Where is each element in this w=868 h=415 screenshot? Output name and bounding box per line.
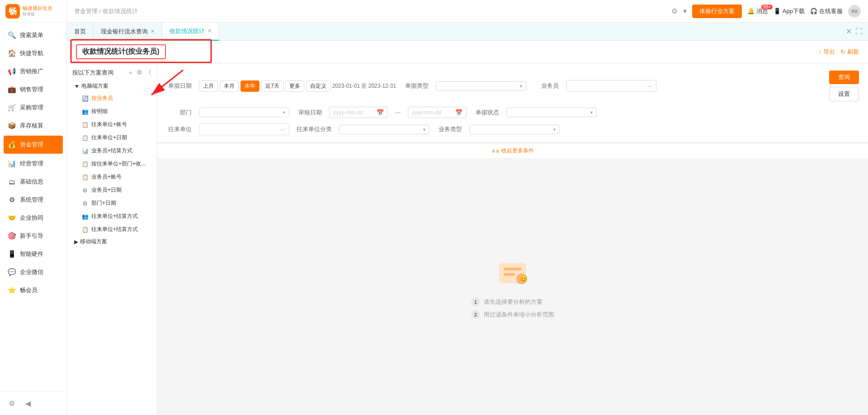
mobile-section-arrow[interactable]: ▶ xyxy=(74,239,78,245)
refresh-icon: ↻ xyxy=(840,48,845,55)
tree-item-unit-account[interactable]: 📋 往来单位+账号 xyxy=(67,118,157,131)
salesperson-account-icon: 📋 xyxy=(81,174,89,181)
sidebar-item-smart-hw[interactable]: 📱 智能硬件 xyxy=(0,245,66,263)
export-label: 导出 xyxy=(823,48,835,56)
plan-settings-icon[interactable]: ⚙ xyxy=(137,69,142,77)
content-area: 按以下方案查询 ＋ ⚙ 《 ▼ 电脑端方案 🔄 按业务员 👥 按明细 📋 xyxy=(67,63,868,415)
date-btn-last-month[interactable]: 上月 xyxy=(199,80,218,92)
app-download-button[interactable]: 📱 App下载 xyxy=(774,7,805,15)
tab-receipt-stat-close[interactable]: ✕ xyxy=(208,28,212,34)
unit-dept-recv-label: 按往来单位+部门+收... xyxy=(91,160,146,168)
salesperson-select[interactable]: ··· xyxy=(566,80,656,92)
unit-settle2-icon: 📋 xyxy=(81,226,89,233)
gear-icon[interactable]: ⚙ xyxy=(671,7,678,15)
filter-row-1: 单据日期 上月 本月 本年 近7天 更多 自定义 2023-01-01 至 20… xyxy=(166,71,859,101)
sidebar-item-basic-info[interactable]: 🗂 基础信息 xyxy=(0,173,66,191)
tree-item-unit-settle1[interactable]: 👥 往来单位+结算方式 xyxy=(67,210,157,223)
app-icon: 📱 xyxy=(774,8,781,14)
tree-item-by-detail[interactable]: 👥 按明细 xyxy=(67,105,157,118)
sidebar-item-wx[interactable]: 💬 企业微信 xyxy=(0,263,66,281)
unit-date-icon: 📋 xyxy=(81,134,89,141)
sidebar-item-member[interactable]: ⭐ 畅会员 xyxy=(0,281,66,299)
date-btn-this-year[interactable]: 本年 xyxy=(241,80,259,92)
refresh-button[interactable]: ↻ 刷新 xyxy=(840,48,859,56)
sidebar-bottom: ⚙ ◀ xyxy=(0,391,66,415)
date-btn-this-month[interactable]: 本月 xyxy=(220,80,239,92)
sidebar-settings-button[interactable]: ⚙ xyxy=(5,397,18,410)
bill-status-select[interactable]: ▾ xyxy=(506,108,597,117)
tree-item-unit-date[interactable]: 📋 往来单位+日期 xyxy=(67,131,157,144)
sidebar-item-quick-nav[interactable]: 🏠 快捷导航 xyxy=(0,44,66,62)
sidebar-collapse-button[interactable]: ◀ xyxy=(22,397,34,410)
user-avatar[interactable]: Rit xyxy=(848,5,861,18)
collapse-panel-icon[interactable]: 《 xyxy=(145,69,151,77)
empty-step-2: 2 用过滤条件来缩小分析范围 xyxy=(471,310,554,319)
sidebar-item-search[interactable]: 🔍 搜索菜单 xyxy=(0,26,66,44)
partner-dots[interactable]: ··· xyxy=(280,126,285,133)
bill-type-select[interactable]: ▾ xyxy=(436,81,526,91)
sidebar-item-system[interactable]: ⚙ 系统管理 xyxy=(0,191,66,209)
search-icon: 🔍 xyxy=(7,31,16,40)
sidebar-label-wx: 企业微信 xyxy=(20,268,43,276)
export-button[interactable]: ↑ 导出 xyxy=(819,48,835,56)
sidebar-item-purchase[interactable]: 🛒 采购管理 xyxy=(0,99,66,117)
sidebar-item-collab[interactable]: 🤝 企业协同 xyxy=(0,209,66,227)
sidebar-item-marketing[interactable]: 📢 营销推广 xyxy=(0,62,66,80)
sidebar-item-sales[interactable]: 💼 销售管理 xyxy=(0,80,66,99)
tab-home[interactable]: 首页 xyxy=(67,23,94,41)
tree-item-salesperson-date[interactable]: ⊙ 业务员+日期 xyxy=(67,184,157,197)
date-btn-more[interactable]: 更多 xyxy=(285,80,304,92)
sidebar-item-operations[interactable]: 📊 经营管理 xyxy=(0,155,66,173)
sidebar-item-guide[interactable]: 🎯 新手引导 xyxy=(0,227,66,245)
tab-receipt-stat[interactable]: 收款情况统计 ✕ xyxy=(162,23,219,41)
tree-item-unit-dept-recv[interactable]: 📋 按往来单位+部门+收... xyxy=(67,157,157,170)
review-end-date[interactable]: yyyy-mm-dd 📅 xyxy=(408,107,467,118)
add-plan-button[interactable]: ＋ xyxy=(127,69,134,77)
svg-rect-2 xyxy=(504,273,515,276)
biz-type-arrow-icon: ▾ xyxy=(553,127,556,132)
pc-section-arrow[interactable]: ▼ xyxy=(74,83,80,90)
pc-section-title: ▼ 电脑端方案 xyxy=(67,80,157,92)
tabbar: 首页 现金银行流水查询 ✕ 收款情况统计 ✕ ✕ ⛶ xyxy=(67,23,868,41)
review-start-date[interactable]: yyyy-mm-dd 📅 xyxy=(329,107,388,118)
collapse-bar[interactable]: ∧∧ 收起更多条件 xyxy=(157,143,868,158)
partner-category-select[interactable]: ▾ xyxy=(339,125,429,134)
tree-item-dept-date[interactable]: ⊙ 部门+日期 xyxy=(67,197,157,210)
query-button[interactable]: 查询 xyxy=(829,71,859,84)
settings-button[interactable]: 设置 xyxy=(829,87,859,101)
salesperson-dots[interactable]: ··· xyxy=(647,82,652,90)
left-panel: 按以下方案查询 ＋ ⚙ 《 ▼ 电脑端方案 🔄 按业务员 👥 按明细 📋 xyxy=(67,63,157,415)
sidebar-nav: 🔍 搜索菜单 🏠 快捷导航 📢 营销推广 💼 销售管理 🛒 采购管理 📦 库存核… xyxy=(0,23,66,391)
service-label: 在线客服 xyxy=(819,7,843,15)
calendar-icon-end: 📅 xyxy=(455,109,462,116)
tabbar-close-button[interactable]: ✕ xyxy=(846,27,852,36)
by-salesperson-label: 按业务员 xyxy=(91,94,113,102)
solution-button[interactable]: 体验行业方案 xyxy=(692,5,742,18)
tree-item-salesperson-settle[interactable]: 📊 业务员+结算方式 xyxy=(67,144,157,157)
dropdown-icon[interactable]: ▾ xyxy=(683,7,687,15)
tabbar-restore-button[interactable]: ⛶ xyxy=(855,28,863,36)
logo-icon: 畅 xyxy=(5,4,20,19)
empty-steps: 1 请先选择要分析的方案 2 用过滤条件来缩小分析范围 xyxy=(471,297,554,319)
date-btn-custom[interactable]: 自定义 xyxy=(306,80,330,92)
sidebar-label-collab: 企业协同 xyxy=(20,214,43,222)
tab-home-label: 首页 xyxy=(74,28,86,36)
sidebar-item-finance[interactable]: 💰 资金管理 xyxy=(4,136,63,154)
inventory-icon: 📦 xyxy=(7,121,16,130)
dept-select[interactable]: ▾ xyxy=(199,108,289,117)
biz-type-label: 业务类型 xyxy=(437,125,462,133)
logo-badge: 标准版 xyxy=(23,11,52,17)
biz-type-select[interactable]: ▾ xyxy=(469,125,560,134)
tree-item-by-salesperson[interactable]: 🔄 按业务员 xyxy=(67,92,157,105)
message-button[interactable]: 🔔 消息 99+ xyxy=(747,7,768,15)
tree-item-unit-settle2[interactable]: 📋 往来单位+结算方式 xyxy=(67,223,157,236)
date-btn-7days[interactable]: 近7天 xyxy=(261,80,283,92)
svg-rect-1 xyxy=(504,268,522,270)
sidebar-item-inventory[interactable]: 📦 库存核算 xyxy=(0,117,66,135)
tab-bank-flow-close[interactable]: ✕ xyxy=(151,28,155,34)
online-service-button[interactable]: 🎧 在线客服 xyxy=(810,7,843,15)
home-icon: 🏠 xyxy=(7,49,16,58)
tree-item-salesperson-account[interactable]: 📋 业务员+账号 xyxy=(67,170,157,184)
tab-bank-flow[interactable]: 现金银行流水查询 ✕ xyxy=(94,23,162,41)
partner-select[interactable]: ··· xyxy=(199,123,289,135)
